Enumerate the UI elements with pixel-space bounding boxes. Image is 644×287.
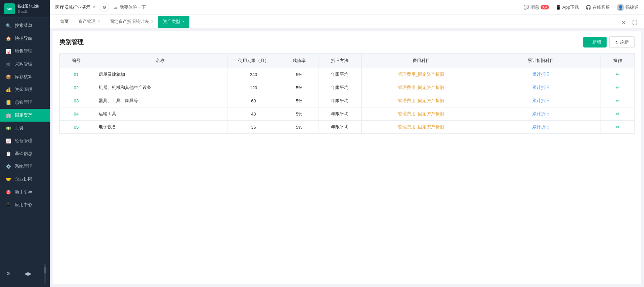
sidebar-item-fixed-asset[interactable]: 🏢 固定资产 — [0, 109, 50, 122]
user-btn[interactable]: 👤 畅捷通 — [617, 4, 639, 11]
sidebar-scrollbar — [44, 263, 46, 284]
cell-period-1: 120 — [227, 81, 280, 94]
sidebar-item-enterprise[interactable]: 🤝 企业协同 — [0, 173, 50, 186]
edit-btn-2[interactable]: ✏ — [616, 98, 620, 103]
customer-service-icon: 🎧 — [586, 5, 591, 10]
sidebar-icon-payroll: 💵 — [5, 125, 11, 131]
page-actions: + 新增 ↻ 刷新 — [583, 36, 635, 48]
tab-asset-type-close[interactable]: × — [182, 20, 185, 24]
messages-badge: 99+ — [541, 5, 549, 9]
experience-btn[interactable]: ☁ 我要体验一下 — [113, 4, 146, 10]
cell-method-1: 年限平均 — [318, 81, 361, 94]
cell-method-3: 年限平均 — [318, 107, 361, 121]
refresh-button[interactable]: ↻ 刷新 — [609, 36, 635, 48]
sidebar-label-purchase: 采购管理 — [15, 61, 32, 67]
cell-residual-0: 5% — [280, 68, 318, 81]
logo-text: 畅捷通好业财 — [18, 4, 40, 9]
customer-service-btn[interactable]: 🎧 在线客服 — [586, 4, 610, 10]
col-header-name: 名称 — [93, 54, 227, 68]
user-label: 畅捷通 — [625, 4, 639, 10]
cell-residual-2: 5% — [280, 94, 318, 107]
topbar-settings-btn[interactable]: ⚙ — [100, 3, 109, 12]
tab-asset-type[interactable]: 资产类型 × — [158, 16, 189, 28]
window-controls: ✕ ⛶ — [620, 19, 639, 28]
category-table: 编号 名称 使用期限（月） 残值率 折旧方法 费用科目 累计折旧科目 操作 01… — [59, 53, 635, 134]
sidebar-item-system[interactable]: ⚙️ 系统管理 — [0, 160, 50, 173]
cell-id-3: 04 — [60, 107, 93, 121]
sidebar-icon-finance: 💰 — [5, 87, 11, 93]
sidebar-label-finance: 资金管理 — [15, 87, 32, 93]
company-name: 医疗器械行业演示 — [55, 4, 90, 10]
sidebar-item-basic-info[interactable]: 📋 基础信息 — [0, 147, 50, 160]
tab-asset-mgmt-close[interactable]: × — [98, 20, 100, 24]
tab-depreciation[interactable]: 固定资产折旧统计表 × — [105, 16, 158, 28]
cell-name-0: 房屋及建筑物 — [93, 68, 227, 81]
cell-expense-1: 管理费用_固定资产折旧 — [361, 81, 481, 94]
sidebar-icon-operations: 📈 — [5, 138, 11, 144]
sidebar-icon-system: ⚙️ — [5, 163, 11, 169]
app-download-btn[interactable]: 📱 App下载 — [556, 4, 579, 10]
sidebar: AtA 畅捷通好业财 普及版 🔍 搜索菜单 🏠 快捷导航 📊 销售管理 🛒 采购… — [0, 0, 50, 287]
cell-residual-1: 5% — [280, 81, 318, 94]
sidebar-icon-enterprise: 🤝 — [5, 176, 11, 182]
sidebar-item-search[interactable]: 🔍 搜索菜单 — [0, 19, 50, 32]
edit-btn-1[interactable]: ✏ — [616, 85, 620, 90]
tab-home[interactable]: 首页 — [55, 16, 73, 28]
tab-asset-mgmt[interactable]: 资产管理 × — [73, 16, 105, 28]
sidebar-item-app-center[interactable]: 📱 应用中心 — [0, 198, 50, 211]
cell-method-0: 年限平均 — [318, 68, 361, 81]
window-maximize-icon[interactable]: ⛶ — [631, 19, 639, 27]
messages-btn[interactable]: 💬 消息 99+ — [524, 4, 549, 10]
sidebar-item-ledger[interactable]: 📒 总账管理 — [0, 96, 50, 109]
window-close-icon[interactable]: ✕ — [620, 19, 628, 27]
sidebar-item-finance[interactable]: 💰 资金管理 — [0, 83, 50, 96]
settings-footer-icon[interactable]: ⚙ — [4, 269, 12, 278]
new-button[interactable]: + 新增 — [583, 37, 607, 47]
tab-depreciation-close[interactable]: × — [151, 20, 153, 24]
sidebar-label-basic-info: 基础信息 — [15, 151, 32, 157]
collapse-sidebar-icon[interactable]: ◀▶ — [24, 269, 32, 278]
table-row: 04 运输工具 48 5% 年限平均 管理费用_固定资产折旧 累计折旧 ✏ — [60, 107, 635, 121]
sidebar-label-newbie: 新手引导 — [15, 189, 32, 195]
sidebar-item-quick-nav[interactable]: 🏠 快捷导航 — [0, 32, 50, 45]
col-header-action: 操作 — [601, 54, 635, 68]
sidebar-item-purchase[interactable]: 🛒 采购管理 — [0, 58, 50, 70]
sidebar-label-quick-nav: 快捷导航 — [15, 35, 32, 41]
sidebar-label-ledger: 总账管理 — [15, 99, 32, 105]
cell-action-0: ✏ — [601, 68, 635, 81]
edit-btn-4[interactable]: ✏ — [616, 124, 620, 130]
sidebar-label-operations: 经营管理 — [15, 138, 32, 144]
experience-label: 我要体验一下 — [120, 4, 146, 10]
sidebar-item-operations[interactable]: 📈 经营管理 — [0, 134, 50, 147]
cell-residual-4: 5% — [280, 121, 318, 134]
cell-name-4: 电子设备 — [93, 121, 227, 134]
cell-depreciation-1: 累计折旧 — [481, 81, 601, 94]
sidebar-item-sales[interactable]: 📊 销售管理 — [0, 45, 50, 58]
logo-icon: AtA — [4, 3, 15, 14]
company-selector[interactable]: 医疗器械行业演示 ▼ — [55, 4, 96, 10]
cell-expense-4: 管理费用_固定资产折旧 — [361, 121, 481, 134]
edit-btn-3[interactable]: ✏ — [616, 111, 620, 117]
col-header-id: 编号 — [60, 54, 93, 68]
topbar-left: 医疗器械行业演示 ▼ ⚙ ☁ 我要体验一下 — [55, 3, 146, 12]
cell-id-4: 05 — [60, 121, 93, 134]
sidebar-scroll-thumb — [44, 267, 46, 274]
sidebar-label-payroll: 工资 — [15, 125, 24, 131]
sidebar-item-inventory[interactable]: 📦 库存核算 — [0, 70, 50, 83]
cell-period-3: 48 — [227, 107, 280, 121]
topbar: 医疗器械行业演示 ▼ ⚙ ☁ 我要体验一下 💬 消息 99+ 📱 App下载 — [50, 0, 644, 15]
cell-name-2: 器具、工具、家具等 — [93, 94, 227, 107]
sidebar-nav: 🔍 搜索菜单 🏠 快捷导航 📊 销售管理 🛒 采购管理 📦 库存核算 💰 资金管… — [0, 18, 50, 260]
sidebar-item-newbie[interactable]: 🎯 新手引导 — [0, 186, 50, 198]
sidebar-icon-basic-info: 📋 — [5, 151, 11, 157]
cloud-icon: ☁ — [113, 5, 118, 10]
edit-btn-0[interactable]: ✏ — [616, 72, 620, 77]
tab-depreciation-label: 固定资产折旧统计表 — [110, 19, 149, 25]
sidebar-item-payroll[interactable]: 💵 工资 — [0, 122, 50, 134]
page-header: 类别管理 + 新增 ↻ 刷新 — [59, 36, 635, 48]
sidebar-icon-inventory: 📦 — [5, 74, 11, 80]
table-row: 03 器具、工具、家具等 60 5% 年限平均 管理费用_固定资产折旧 累计折旧… — [60, 94, 635, 107]
tabs-bar: 首页 资产管理 × 固定资产折旧统计表 × 资产类型 × ✕ ⛶ — [50, 15, 644, 28]
logo-version: 普及版 — [18, 9, 40, 14]
tab-asset-mgmt-label: 资产管理 — [78, 19, 96, 25]
